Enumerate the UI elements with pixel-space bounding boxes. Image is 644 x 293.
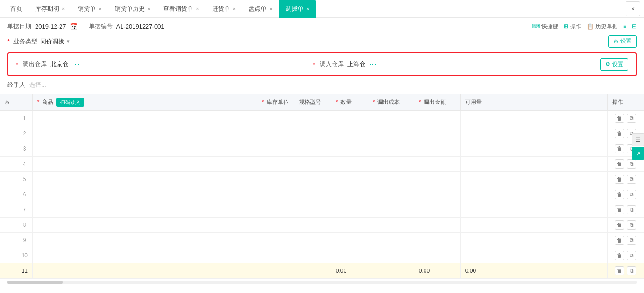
row-amount-cell[interactable] (414, 202, 460, 218)
out-warehouse-value[interactable]: 北京仓 (50, 60, 68, 68)
row-available-cell[interactable] (460, 141, 607, 157)
row-product-cell[interactable] (32, 111, 257, 126)
row-amount-cell[interactable] (414, 172, 460, 187)
history-action[interactable]: 📋 历史单据 (587, 23, 618, 31)
delete-row-button[interactable]: 🗑 (615, 114, 624, 123)
row-spec-cell[interactable] (294, 126, 331, 141)
float-list-button[interactable]: ☰ (632, 133, 644, 146)
row-quantity-cell[interactable] (331, 111, 368, 126)
calendar-icon[interactable]: 📅 (70, 23, 78, 30)
scan-button[interactable]: 扫码录入 (56, 98, 84, 107)
delete-row-button[interactable]: 🗑 (615, 129, 624, 138)
tab-close-purchase-order[interactable]: × (233, 6, 236, 12)
copy-row-button[interactable]: ⧉ (627, 190, 636, 199)
row-cost-cell[interactable] (368, 172, 414, 187)
row-quantity-cell[interactable] (331, 126, 368, 141)
horizontal-scrollbar[interactable] (7, 281, 637, 284)
tab-close-view-sales[interactable]: × (196, 6, 199, 12)
row-amount-cell[interactable] (414, 126, 460, 141)
row-spec-cell[interactable] (294, 202, 331, 218)
row-unit-cell[interactable] (257, 187, 294, 202)
in-warehouse-value[interactable]: 上海仓 (347, 60, 365, 68)
row-spec-cell[interactable] (294, 187, 331, 202)
row-cost-cell[interactable] (368, 126, 414, 141)
tab-transfer-order[interactable]: 调拨单 × (279, 0, 316, 18)
shortcut-action[interactable]: ⌨ 快捷键 (532, 23, 558, 31)
th-gear[interactable]: ⚙ (0, 94, 17, 111)
out-warehouse-more[interactable]: ··· (72, 60, 79, 68)
tab-inventory-check[interactable]: 盘点单 × (242, 0, 279, 18)
row-spec-cell[interactable] (294, 141, 331, 157)
delete-row-button[interactable]: 🗑 (615, 205, 624, 214)
row-cost-cell[interactable] (368, 157, 414, 172)
row-cost-cell[interactable] (368, 233, 414, 248)
row-cost-cell[interactable] (368, 141, 414, 157)
copy-row-button[interactable]: ⧉ (627, 205, 636, 214)
row-quantity-cell[interactable] (331, 233, 368, 248)
row-available-cell[interactable] (460, 157, 607, 172)
tab-home[interactable]: 首页 (4, 0, 29, 18)
row-quantity-cell[interactable] (331, 172, 368, 187)
row-unit-cell[interactable] (257, 172, 294, 187)
tab-close-sales-history[interactable]: × (147, 6, 150, 12)
tab-purchase-order[interactable]: 进货单 × (206, 0, 242, 18)
float-external-link-button[interactable]: ↗ (632, 147, 644, 160)
row-available-cell[interactable] (460, 233, 607, 248)
delete-row-button[interactable]: 🗑 (615, 144, 624, 153)
delete-row-button[interactable]: 🗑 (615, 175, 624, 184)
tab-close-inventory-init[interactable]: × (62, 6, 65, 12)
subtotal-copy-button[interactable]: ⧉ (627, 266, 636, 275)
layout1-action[interactable]: ≡ (623, 23, 626, 30)
row-cost-cell[interactable] (368, 187, 414, 202)
row-unit-cell[interactable] (257, 218, 294, 233)
operate-action[interactable]: ⊞ 操作 (564, 23, 581, 31)
delete-row-button[interactable]: 🗑 (615, 220, 624, 230)
copy-row-button[interactable]: ⧉ (627, 175, 636, 184)
row-quantity-cell[interactable] (331, 202, 368, 218)
row-unit-cell[interactable] (257, 233, 294, 248)
row-available-cell[interactable] (460, 202, 607, 218)
row-spec-cell[interactable] (294, 218, 331, 233)
row-cost-cell[interactable] (368, 218, 414, 233)
copy-row-button[interactable]: ⧉ (627, 220, 636, 230)
row-product-cell[interactable] (32, 141, 257, 157)
subtotal-delete-button[interactable]: 🗑 (615, 266, 624, 275)
row-product-cell[interactable] (32, 126, 257, 141)
tab-inventory-init[interactable]: 库存期初 × (29, 0, 71, 18)
row-spec-cell[interactable] (294, 248, 331, 263)
window-close-button[interactable]: × (626, 1, 640, 16)
row-available-cell[interactable] (460, 187, 607, 202)
tab-close-sales-order[interactable]: × (98, 6, 101, 12)
row-spec-cell[interactable] (294, 111, 331, 126)
setting-button[interactable]: ⚙ 设置 (608, 35, 637, 48)
row-cost-cell[interactable] (368, 111, 414, 126)
row-quantity-cell[interactable] (331, 141, 368, 157)
row-unit-cell[interactable] (257, 157, 294, 172)
copy-row-button[interactable]: ⧉ (627, 159, 636, 169)
row-quantity-cell[interactable] (331, 248, 368, 263)
business-type-value[interactable]: 同价调拨 (40, 37, 64, 46)
tab-sales-history[interactable]: 销货单历史 × (108, 0, 157, 18)
row-spec-cell[interactable] (294, 172, 331, 187)
row-product-cell[interactable] (32, 157, 257, 172)
handler-more[interactable]: ··· (50, 81, 57, 89)
row-amount-cell[interactable] (414, 157, 460, 172)
row-unit-cell[interactable] (257, 141, 294, 157)
handler-input[interactable]: 选择... (29, 81, 46, 89)
row-quantity-cell[interactable] (331, 218, 368, 233)
tab-view-sales[interactable]: 查看销货单 × (157, 0, 205, 18)
row-product-cell[interactable] (32, 202, 257, 218)
row-unit-cell[interactable] (257, 202, 294, 218)
row-available-cell[interactable] (460, 172, 607, 187)
row-amount-cell[interactable] (414, 248, 460, 263)
row-unit-cell[interactable] (257, 111, 294, 126)
row-product-cell[interactable] (32, 172, 257, 187)
business-type-dropdown-arrow[interactable]: ▾ (67, 38, 70, 44)
row-product-cell[interactable] (32, 233, 257, 248)
copy-row-button[interactable]: ⧉ (627, 251, 636, 260)
row-amount-cell[interactable] (414, 111, 460, 126)
row-available-cell[interactable] (460, 218, 607, 233)
delete-row-button[interactable]: 🗑 (615, 159, 624, 169)
layout2-action[interactable]: ⊟ (632, 23, 637, 30)
scrollbar-thumb[interactable] (7, 281, 63, 284)
